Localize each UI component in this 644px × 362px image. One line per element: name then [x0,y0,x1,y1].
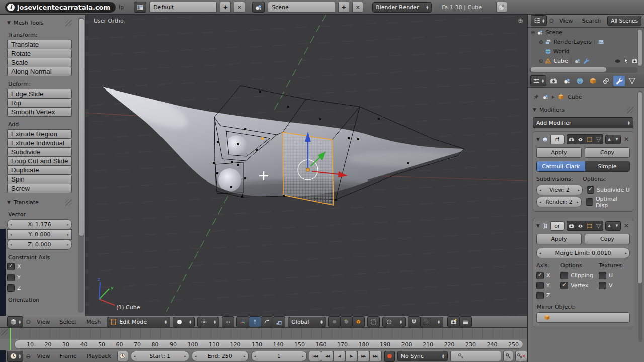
view-subdivisions-field[interactable]: ◂View: 2▸ [536,185,583,195]
texture-v-checkbox[interactable] [599,282,606,289]
menu-playback[interactable]: Playback [83,353,115,359]
collapse-icon[interactable]: ⊖ [531,30,535,35]
editor-type-button[interactable]: ▲▼ [531,15,547,26]
playback-button[interactable]: ◀◀ [321,351,334,361]
collapse-triangle-icon[interactable]: ▼ [536,137,540,142]
tool-button[interactable]: Loop Cut and Slide [7,156,72,166]
pivot-align-toggle[interactable]: ↔ [222,316,234,327]
menu-mesh[interactable]: Mesh [83,319,104,325]
add-scene-button[interactable]: ✚ [338,2,349,13]
editor-type-button[interactable]: ▲▼ [7,316,23,327]
viewport-3d[interactable]: x y z User Ortho (1) Cube ⊕ [86,14,527,316]
tool-button[interactable]: Spin [7,174,72,184]
move-down-button[interactable]: ▼ [613,135,621,144]
tab-scene[interactable] [561,76,573,86]
expand-icon[interactable]: ⊕ [539,58,543,64]
apply-button[interactable]: Apply [536,147,582,158]
tab-render[interactable] [548,76,559,86]
manipulator-toggle[interactable] [236,316,249,327]
outliner-item-renderlayers[interactable]: ⊕ RenderLayers | [528,37,644,47]
render-toggle-icon[interactable] [567,135,576,143]
collapse-triangle-icon[interactable]: ▼ [533,107,536,112]
pivot-point-select[interactable]: ▲▼ [197,317,219,327]
preview-range-toggle[interactable] [117,351,128,361]
tool-button[interactable]: Screw [7,184,72,193]
collapse-menus-icon[interactable]: ⊖ [549,17,554,24]
occlude-geometry-toggle[interactable] [367,316,380,327]
mirror-z-checkbox[interactable] [536,292,544,299]
tool-button[interactable]: Edge Slide [7,89,72,99]
move-up-button[interactable]: ▲ [605,221,613,231]
outliner-item-cube[interactable]: ⊕ Cube | [528,56,644,66]
render-engine-select[interactable]: Blender Render▲▼ [372,2,432,13]
vertex-groups-checkbox[interactable] [560,282,568,289]
snap-toggle[interactable] [408,316,420,327]
outliner-item-world[interactable]: World [528,47,644,56]
texture-u-checkbox[interactable] [599,272,606,279]
vector-x-field[interactable]: ◂X: 1.176▸ [7,219,72,230]
delete-modifier-icon[interactable]: ✕ [624,222,629,229]
playback-button[interactable]: ▶▶| [369,351,382,361]
tab-object[interactable] [587,76,599,86]
record-button[interactable] [384,351,395,362]
copy-button[interactable]: Copy [585,147,630,158]
tool-button[interactable]: Rotate [7,49,72,58]
tool-button[interactable]: Rip [7,98,72,108]
frame-start-field[interactable]: ◂Start: 1▸ [131,351,189,361]
tool-button[interactable]: Along Normal [7,67,72,76]
timeline-ruler[interactable] [0,328,527,339]
constraint-y-checkbox[interactable] [7,274,15,281]
menu-view[interactable]: View [556,18,576,24]
snap-element-select[interactable]: ▲▼ [420,317,443,327]
proportional-edit-select[interactable]: ▲▼ [382,317,406,327]
tool-button[interactable]: Smooth Vertex [7,107,72,117]
mesh-tools-panel-header[interactable]: ▼ Mesh Tools [7,18,72,27]
menu-frame[interactable]: Frame [56,353,80,359]
manipulator-translate-toggle[interactable] [249,316,261,327]
tool-button[interactable]: Translate [7,40,72,49]
editor-type-button[interactable]: ▲▼ [7,351,23,362]
manipulator-scale-toggle[interactable] [273,316,285,327]
current-frame-field[interactable]: ◂1▸ [251,351,307,361]
active-vertex[interactable] [261,137,264,140]
viewport-canvas[interactable]: x y z [86,14,527,316]
tab-modifiers[interactable] [613,76,625,86]
properties-scroll-thumb[interactable] [637,92,642,284]
vector-z-field[interactable]: ◂Z: 0.000▸ [7,239,72,250]
insert-keyframe-button[interactable] [503,351,513,361]
region-corner-grip[interactable] [1,329,8,335]
optimal-display-checkbox[interactable] [586,198,593,206]
face-select-mode-button[interactable] [352,316,365,327]
collapse-menus-icon[interactable]: ⊖ [26,318,31,325]
menu-search[interactable]: Search [578,18,604,24]
transform-orientation-select[interactable]: Global▲▼ [288,317,326,327]
move-up-button[interactable]: ▲ [605,135,613,144]
tab-world[interactable] [574,76,586,86]
mode-select[interactable]: Edit Mode▲▼ [107,317,170,327]
copy-button[interactable]: Copy [585,234,630,244]
expand-icon[interactable]: ⊕ [539,39,543,45]
render-opengl-anim-button[interactable] [459,316,472,327]
tab-constraints[interactable] [600,76,612,86]
catmull-clark-option[interactable]: Catmull-Clark [537,161,585,171]
subdivide-uv-checkbox[interactable] [587,186,594,194]
cage-toggle-icon[interactable] [594,135,603,143]
sync-mode-select[interactable]: No Sync▲▼ [397,351,448,361]
constraint-x-checkbox[interactable] [7,263,15,270]
tool-button[interactable]: Subdivide [7,147,72,157]
frame-end-field[interactable]: ◂End: 250▸ [192,351,249,361]
editmode-toggle-icon[interactable] [585,222,594,230]
tab-object-data[interactable] [626,76,638,86]
mirror-x-checkbox[interactable] [536,272,544,279]
pin-icon[interactable] [533,94,539,100]
tool-button[interactable]: Extrude Region [7,129,72,139]
layout-browser-button[interactable] [134,2,146,13]
collapse-triangle-icon[interactable]: ▼ [536,223,540,228]
visibility-eye-icon[interactable] [614,58,621,64]
viewport-toggle-icon[interactable] [576,222,585,230]
playback-button[interactable]: ▶ [345,351,358,361]
mirror-y-checkbox[interactable] [536,282,544,289]
render-toggle-icon[interactable] [567,222,576,230]
collapse-triangle-icon[interactable]: ▼ [7,20,11,25]
outliner-vscroll-thumb[interactable] [637,29,642,66]
